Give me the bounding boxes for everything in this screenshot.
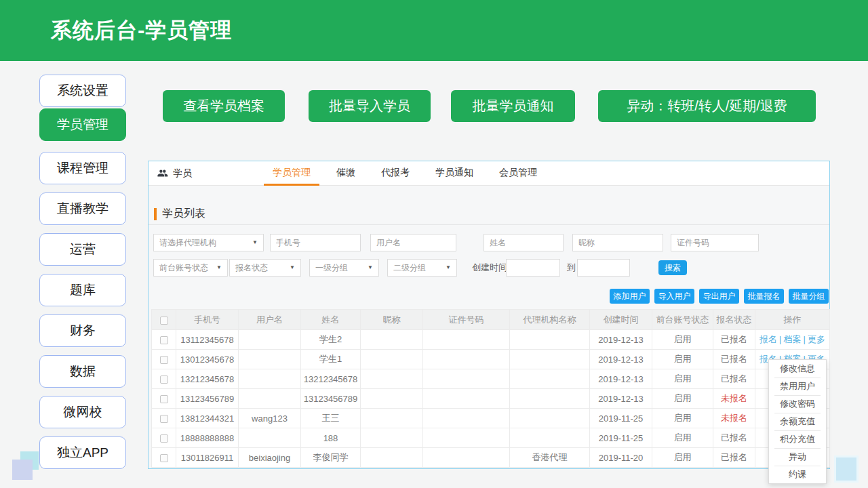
cell-id-number — [423, 448, 510, 468]
table-row: 13212345678 13212345678 2019-12-13 启用 已报… — [152, 369, 830, 389]
sidebar: 系统设置 学员管理 课程管理 直播教学 运营 题库 财务 数据 微网校 独立AP… — [39, 75, 126, 477]
import-users-button[interactable]: 导入用户 — [654, 289, 694, 304]
sidebar-item-system-settings[interactable]: 系统设置 — [39, 75, 126, 107]
sidebar-item-micro-school[interactable]: 微网校 — [39, 396, 126, 428]
cell-id-number — [423, 389, 510, 409]
cell-operations: 报名|档案|更多 — [755, 330, 830, 350]
menu-item-change[interactable]: 异动 — [769, 448, 826, 466]
sidebar-item-course-management[interactable]: 课程管理 — [39, 152, 126, 184]
chevron-down-icon: ▼ — [290, 260, 295, 276]
id-number-input[interactable] — [671, 234, 759, 251]
panel-top-bar: 学员 学员管理 催缴 代报考 学员通知 会员管理 — [149, 161, 829, 186]
row-checkbox[interactable] — [160, 375, 168, 384]
name-input[interactable] — [484, 234, 564, 251]
student-table: 手机号 用户名 姓名 昵称 证件号码 代理机构名称 创建时间 前台账号状态 报名… — [151, 309, 830, 468]
row-checkbox[interactable] — [160, 454, 168, 462]
sidebar-item-finance[interactable]: 财务 — [39, 314, 126, 347]
cell-phone: 13812344321 — [176, 409, 239, 428]
tab-proxy-exam[interactable]: 代报考 — [372, 161, 418, 186]
account-status-select[interactable]: 前台账号状态 ▼ — [153, 259, 228, 277]
cell-agency — [510, 350, 590, 369]
menu-item-points-recharge[interactable]: 积分充值 — [769, 430, 826, 448]
cell-name: 学生2 — [301, 330, 361, 350]
cell-username — [239, 428, 301, 448]
cell-phone: 18888888888 — [176, 428, 239, 448]
chevron-down-icon: ▼ — [446, 260, 451, 276]
more-link[interactable]: 更多 — [808, 334, 825, 344]
cell-nickname — [361, 428, 423, 448]
menu-item-change-password[interactable]: 修改密码 — [769, 395, 826, 413]
phone-input[interactable] — [270, 234, 361, 251]
menu-item-edit-info[interactable]: 修改信息 — [769, 360, 826, 378]
archive-link[interactable]: 档案 — [784, 334, 802, 344]
signup-link[interactable]: 报名 — [760, 334, 777, 344]
students-group-icon — [157, 167, 168, 179]
cell-created: 2019-11-20 — [590, 448, 652, 468]
cell-phone: 13123456789 — [176, 389, 239, 409]
signup-status-value: 报名状态 — [235, 263, 268, 272]
nickname-input[interactable] — [572, 234, 663, 251]
row-checkbox[interactable] — [160, 434, 168, 443]
table-row: 13011826911 beixiaojing 李俊同学 香港代理 2019-1… — [152, 448, 830, 468]
batch-signup-button[interactable]: 批量报名 — [744, 289, 784, 304]
group-level2-select[interactable]: 二级分组 ▼ — [387, 259, 457, 277]
cell-agency — [510, 330, 590, 350]
search-button[interactable]: 搜索 — [658, 260, 687, 275]
col-username: 用户名 — [239, 310, 301, 330]
tab-student-management[interactable]: 学员管理 — [264, 161, 319, 186]
cell-created: 2019-12-13 — [590, 369, 652, 389]
cell-id-number — [423, 330, 510, 350]
cell-name: 188 — [301, 428, 361, 448]
sidebar-item-student-management[interactable]: 学员管理 — [39, 108, 126, 141]
tab-student-notice[interactable]: 学员通知 — [427, 161, 482, 186]
row-checkbox[interactable] — [160, 395, 168, 403]
col-name: 姓名 — [301, 310, 361, 330]
tab-member-management[interactable]: 会员管理 — [490, 161, 546, 186]
select-all-checkbox[interactable] — [160, 317, 168, 325]
view-student-archive-button[interactable]: 查看学员档案 — [163, 90, 285, 122]
cell-signup-status: 未报名 — [713, 389, 755, 409]
username-input[interactable] — [370, 234, 456, 251]
signup-status-select[interactable]: 报名状态 ▼ — [229, 259, 301, 277]
sidebar-item-live-teaching[interactable]: 直播教学 — [39, 192, 126, 225]
cell-phone: 13012345678 — [176, 350, 239, 369]
group-level2-value: 二级分组 — [393, 263, 426, 272]
created-to-date-input[interactable] — [577, 259, 630, 277]
sidebar-item-data[interactable]: 数据 — [39, 355, 126, 388]
sidebar-item-standalone-app[interactable]: 独立APP — [39, 436, 126, 469]
cell-account-status: 启用 — [652, 428, 713, 448]
cell-id-number — [423, 409, 510, 428]
cell-account-status: 启用 — [652, 369, 713, 389]
row-checkbox[interactable] — [160, 415, 168, 423]
panel-tabs: 学员管理 催缴 代报考 学员通知 会员管理 — [260, 161, 550, 186]
agency-select[interactable]: 请选择代理机构 ▼ — [153, 234, 264, 251]
sidebar-item-operations[interactable]: 运营 — [39, 233, 126, 266]
created-from-date-input[interactable] — [506, 259, 560, 277]
tab-payment-reminder[interactable]: 催缴 — [328, 161, 364, 186]
menu-item-book-lesson[interactable]: 约课 — [769, 466, 826, 483]
menu-item-disable-user[interactable]: 禁用用户 — [769, 378, 826, 395]
cell-agency — [510, 409, 590, 428]
menu-item-balance-recharge[interactable]: 余额充值 — [769, 413, 826, 430]
batch-student-notify-button[interactable]: 批量学员通知 — [451, 90, 575, 122]
cell-username — [239, 369, 301, 389]
group-level1-select[interactable]: 一级分组 ▼ — [309, 259, 379, 277]
cell-created: 2019-11-25 — [590, 428, 652, 448]
batch-import-students-button[interactable]: 批量导入学员 — [309, 90, 431, 122]
cell-id-number — [423, 428, 510, 448]
col-id-number: 证件号码 — [423, 310, 510, 330]
batch-group-button[interactable]: 批量分组 — [789, 289, 829, 304]
export-users-button[interactable]: 导出用户 — [699, 289, 739, 304]
row-checkbox[interactable] — [160, 356, 168, 364]
student-panel: 学员 学员管理 催缴 代报考 学员通知 会员管理 学员列表 请选择代理机构 ▼ … — [148, 161, 830, 469]
module-label-text: 学员 — [173, 167, 192, 180]
cell-signup-status: 已报名 — [713, 448, 755, 468]
student-change-button[interactable]: 异动：转班/转人/延期/退费 — [598, 90, 816, 122]
row-checkbox[interactable] — [160, 336, 168, 344]
cell-name: 李俊同学 — [301, 448, 361, 468]
sidebar-item-question-bank[interactable]: 题库 — [39, 274, 126, 306]
cell-account-status: 启用 — [652, 350, 713, 369]
add-user-button[interactable]: 添加用户 — [610, 289, 650, 304]
section-header: 学员列表 — [149, 203, 829, 225]
cell-agency: 香港代理 — [510, 448, 590, 468]
